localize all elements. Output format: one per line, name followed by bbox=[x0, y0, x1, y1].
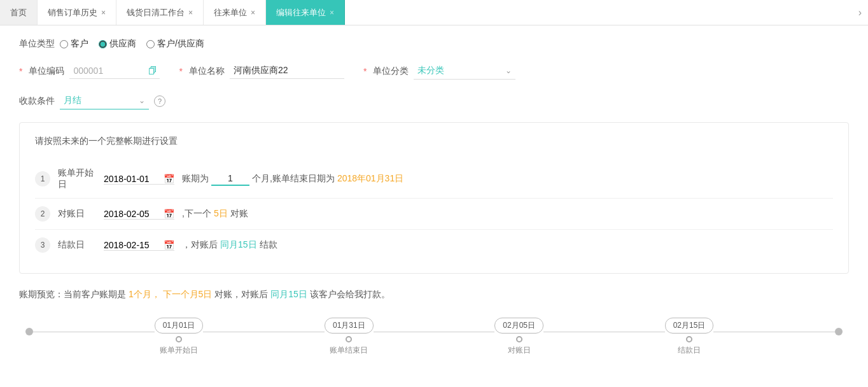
billing-row-3: 3 结款日 📅 ，对账后 同月15日 结款 bbox=[35, 230, 833, 260]
billing-row-1: 1 账单开始日 📅 账期为 个月,账单结束日期为 2018年01月31日 bbox=[35, 160, 833, 199]
preview-after: 同月15日 bbox=[270, 289, 307, 299]
tab-cash-ledger-label: 钱货日清工作台 bbox=[127, 7, 185, 18]
recon-day-highlight: 5日 bbox=[214, 208, 228, 220]
close-edit-partner-icon[interactable]: × bbox=[330, 8, 334, 17]
unit-category-select[interactable]: 未分类 ⌄ bbox=[414, 62, 515, 80]
tab-partner-unit[interactable]: 往来单位 × bbox=[204, 0, 266, 25]
preview-suffix: 该客户会给我打款。 bbox=[310, 289, 390, 299]
close-cash-ledger-icon[interactable]: × bbox=[188, 8, 193, 17]
payment-terms-value: 月结 bbox=[64, 95, 135, 106]
row-num-2: 2 bbox=[35, 206, 50, 222]
tab-cash-ledger[interactable]: 钱货日清工作台 × bbox=[116, 0, 204, 25]
period-label: 账期为 bbox=[182, 173, 209, 185]
tl-connector-1 bbox=[33, 332, 155, 332]
row-num-1: 1 bbox=[35, 171, 50, 186]
unit-category-field: * 单位分类 未分类 ⌄ bbox=[363, 62, 515, 80]
radio-supplier-label: 供应商 bbox=[109, 38, 136, 50]
tl-node-4: 02月15日 结款日 bbox=[665, 318, 714, 356]
payment-terms-field: 收款条件 月结 ⌄ ? bbox=[19, 92, 165, 109]
unit-name-label: 单位名称 bbox=[189, 66, 225, 77]
payment-desc-1: ，对账后 bbox=[182, 239, 218, 251]
payment-date-cal-icon[interactable]: 📅 bbox=[164, 240, 174, 250]
tab-edit-partner-label: 编辑往来单位 bbox=[276, 7, 326, 18]
billing-card: 请按照未来的一个完整帐期进行设置 1 账单开始日 📅 账期为 个月,账单结束日期… bbox=[19, 122, 849, 274]
payment-date-input[interactable] bbox=[104, 240, 161, 250]
end-date-highlight: 2018年01月31日 bbox=[337, 173, 403, 185]
unit-name-field: * 单位名称 bbox=[179, 63, 344, 79]
tl-connector-4 bbox=[543, 332, 665, 332]
tab-home[interactable]: 首页 bbox=[0, 0, 38, 25]
unit-name-required: * bbox=[179, 66, 182, 76]
unit-category-required: * bbox=[363, 66, 367, 76]
main-content: 单位类型 客户 供应商 客户/供应商 * 单位编码 bbox=[0, 25, 868, 387]
preview-section: 账期预览：当前客户账期是 1个月， 下一个月5日 对账，对账后 同月15日 该客… bbox=[19, 286, 849, 302]
tab-home-label: 首页 bbox=[10, 7, 27, 18]
card-title: 请按照未来的一个完整帐期进行设置 bbox=[35, 136, 833, 147]
preview-next: 下一个月5日 bbox=[163, 289, 213, 299]
row-label-1: 账单开始日 bbox=[58, 167, 96, 190]
tl-label-2: 账单结束日 bbox=[330, 345, 368, 356]
unit-code-picker-icon[interactable]: 🗍 bbox=[146, 64, 160, 77]
unit-type-radio-group: 客户 供应商 客户/供应商 bbox=[60, 38, 204, 50]
preview-prefix: 账期预览：当前客户账期是 bbox=[19, 289, 126, 299]
tl-connector-2 bbox=[203, 332, 325, 332]
billing-row-2: 2 对账日 📅 ,下一个 5日 对账 bbox=[35, 199, 833, 230]
tl-dot-3 bbox=[516, 336, 522, 342]
tl-left-endpoint bbox=[25, 328, 33, 335]
row-3-desc: ，对账后 同月15日 结款 bbox=[182, 239, 277, 251]
period-input[interactable] bbox=[211, 172, 249, 186]
start-date-input-wrap: 📅 bbox=[104, 174, 174, 185]
tl-badge-3: 02月05日 bbox=[494, 318, 543, 334]
unit-type-row: 单位类型 客户 供应商 客户/供应商 bbox=[19, 38, 849, 50]
tl-badge-2: 01月31日 bbox=[325, 318, 374, 334]
row-2-desc: ,下一个 5日 对账 bbox=[182, 208, 248, 220]
tl-connector-5 bbox=[713, 332, 835, 332]
payment-terms-label: 收款条件 bbox=[19, 95, 55, 107]
unit-category-value: 未分类 bbox=[417, 65, 501, 76]
radio-supplier[interactable]: 供应商 bbox=[99, 38, 136, 50]
unit-type-label: 单位类型 bbox=[19, 38, 55, 50]
tab-edit-partner[interactable]: 编辑往来单位 × bbox=[266, 0, 345, 25]
unit-name-input[interactable] bbox=[230, 63, 344, 79]
row-1-desc: 账期为 个月,账单结束日期为 2018年01月31日 bbox=[182, 172, 403, 186]
close-partner-unit-icon[interactable]: × bbox=[251, 8, 255, 17]
tl-node-2: 01月31日 账单结束日 bbox=[325, 318, 374, 356]
radio-customer-label: 客户 bbox=[71, 38, 88, 50]
start-date-input[interactable] bbox=[104, 174, 161, 184]
recon-desc-1: ,下一个 bbox=[182, 208, 211, 220]
tl-dot-1 bbox=[176, 336, 182, 342]
preview-middle: 对账，对账后 bbox=[214, 289, 268, 299]
payment-terms-help-icon[interactable]: ? bbox=[154, 95, 165, 107]
unit-code-label: 单位编码 bbox=[29, 66, 64, 77]
payment-terms-select[interactable]: 月结 ⌄ bbox=[60, 92, 149, 109]
row-label-3: 结款日 bbox=[58, 239, 96, 251]
payment-desc-2: 结款 bbox=[260, 239, 277, 251]
preview-period: 1个月， bbox=[129, 289, 160, 299]
radio-customer[interactable]: 客户 bbox=[60, 38, 88, 50]
row-num-3: 3 bbox=[35, 237, 50, 253]
unit-code-field: * 单位编码 🗍 bbox=[19, 63, 160, 79]
period-unit: 个月,账单结束日期为 bbox=[252, 173, 335, 185]
unit-category-label: 单位分类 bbox=[373, 66, 409, 77]
recon-date-cal-icon[interactable]: 📅 bbox=[164, 209, 174, 219]
radio-both-label: 客户/供应商 bbox=[157, 38, 204, 50]
unit-category-chevron-icon: ⌄ bbox=[505, 66, 512, 75]
unit-code-input[interactable] bbox=[69, 63, 146, 78]
tab-partner-unit-label: 往来单位 bbox=[214, 7, 247, 18]
tl-node-1: 01月01日 账单开始日 bbox=[155, 318, 204, 356]
tl-dot-4 bbox=[686, 336, 692, 342]
tl-node-3: 02月05日 对账日 bbox=[494, 318, 543, 356]
unit-details-row: * 单位编码 🗍 * 单位名称 * 单位分类 未分类 ⌄ bbox=[19, 62, 849, 80]
tab-sales-history[interactable]: 销售订单历史 × bbox=[38, 0, 116, 25]
unit-code-input-wrap: 🗍 bbox=[69, 63, 160, 79]
radio-both[interactable]: 客户/供应商 bbox=[146, 38, 204, 50]
payment-terms-chevron-icon: ⌄ bbox=[139, 96, 145, 105]
start-date-cal-icon[interactable]: 📅 bbox=[164, 174, 174, 184]
close-sales-history-icon[interactable]: × bbox=[101, 8, 106, 17]
tab-expand-button[interactable]: › bbox=[852, 0, 868, 25]
tab-bar: 首页 销售订单历史 × 钱货日清工作台 × 往来单位 × 编辑往来单位 × › bbox=[0, 0, 868, 25]
tab-sales-history-label: 销售订单历史 bbox=[48, 7, 97, 18]
recon-date-input[interactable] bbox=[104, 209, 161, 219]
unit-type-field: 单位类型 客户 供应商 客户/供应商 bbox=[19, 38, 204, 50]
tl-badge-4: 02月15日 bbox=[665, 318, 714, 334]
